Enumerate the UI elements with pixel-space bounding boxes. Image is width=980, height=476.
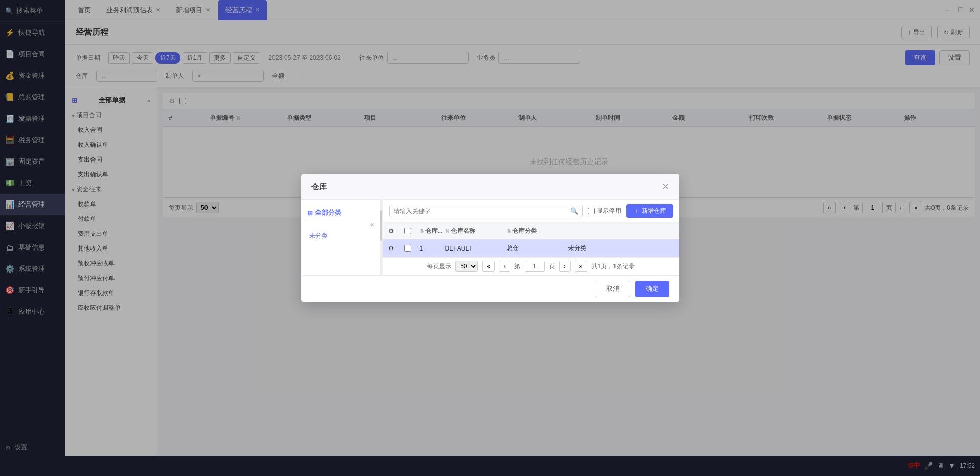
modal-next-page[interactable]: ›: [559, 261, 571, 272]
sort-icon-category: ⇅: [507, 228, 511, 234]
modal-search-input[interactable]: [394, 208, 567, 215]
modal-left-scrollbar-thumb: [380, 210, 382, 241]
modal-th-num: ⇅ 仓库...: [415, 222, 440, 239]
sort-icon-num: ⇅: [420, 228, 424, 234]
row-name: 总仓: [502, 240, 563, 257]
sort-icon-name: ⇅: [445, 228, 449, 234]
modal-first-page[interactable]: «: [482, 261, 495, 272]
modal-th-category: ⇅ 仓库分类: [502, 222, 679, 239]
modal-left-unclassified[interactable]: 未分类: [301, 229, 382, 243]
modal-last-page[interactable]: »: [575, 261, 587, 272]
modal-per-page-select[interactable]: 50: [455, 261, 478, 272]
modal-th-settings: ⚙: [383, 222, 399, 239]
modal-confirm-button[interactable]: 确定: [635, 281, 669, 297]
modal-total-records: 共1页，1条记录: [591, 262, 635, 271]
all-category-icon: ⊞: [307, 209, 313, 217]
modal-toolbar: 🔍 显示停用 ＋ 新增仓库: [383, 200, 679, 222]
modal-th-name: ⇅ 仓库名称: [440, 222, 502, 239]
row-num: 1: [415, 240, 440, 257]
modal-prev-page[interactable]: ‹: [499, 261, 510, 272]
show-disabled-checkbox[interactable]: [588, 208, 595, 214]
modal-per-page-label: 每页显示: [427, 262, 451, 271]
add-icon: ＋: [633, 207, 640, 215]
modal-left-scrollbar: [380, 200, 382, 275]
modal-page-input[interactable]: [525, 261, 545, 272]
table-row[interactable]: ⚙ 1 DEFAULT 总仓 未分类: [383, 240, 679, 257]
modal-left-collapse-icon[interactable]: «: [370, 220, 374, 229]
modal-cancel-button[interactable]: 取消: [596, 281, 630, 297]
row-category: 未分类: [563, 240, 679, 257]
show-disabled-label: 显示停用: [597, 207, 621, 215]
warehouse-modal: 仓库 ✕ ⊞ 全部分类 « 未分类: [301, 174, 679, 302]
add-warehouse-button[interactable]: ＋ 新增仓库: [626, 204, 673, 218]
modal-page-label: 第: [514, 262, 520, 271]
row-checkbox[interactable]: [404, 245, 411, 252]
modal-body: ⊞ 全部分类 « 未分类 🔍: [301, 200, 679, 275]
row-id: DEFAULT: [440, 240, 502, 257]
modal-left-panel: ⊞ 全部分类 « 未分类: [301, 200, 383, 275]
modal-table-footer: 每页显示 50 « ‹ 第 页 › » 共1页，1条记录: [383, 257, 679, 275]
modal-left-header: ⊞ 全部分类: [301, 205, 382, 220]
modal-table-header: ⚙ ⇅ 仓库... ⇅ 仓库名称 ⇅: [383, 222, 679, 240]
modal-search-box: 🔍: [389, 205, 583, 217]
modal-right-panel: 🔍 显示停用 ＋ 新增仓库 ⚙: [383, 200, 679, 275]
modal-overlay: 仓库 ✕ ⊞ 全部分类 « 未分类: [0, 0, 980, 476]
modal-select-all[interactable]: [404, 228, 411, 234]
modal-footer-actions: 取消 确定: [301, 275, 679, 302]
modal-page-suffix: 页: [549, 262, 555, 271]
row-checkbox-cell: [399, 240, 415, 257]
modal-close-button[interactable]: ✕: [662, 181, 669, 192]
modal-title: 仓库: [311, 182, 327, 192]
add-warehouse-label: 新增仓库: [642, 207, 666, 215]
all-category-label[interactable]: 全部分类: [315, 208, 341, 217]
modal-table: ⚙ ⇅ 仓库... ⇅ 仓库名称 ⇅: [383, 222, 679, 257]
show-disabled-checkbox-label: 显示停用: [588, 207, 621, 215]
modal-search-icon: 🔍: [570, 207, 578, 215]
modal-th-check: [399, 222, 415, 239]
row-settings-icon: ⚙: [383, 240, 399, 257]
modal-header: 仓库 ✕: [301, 174, 679, 200]
